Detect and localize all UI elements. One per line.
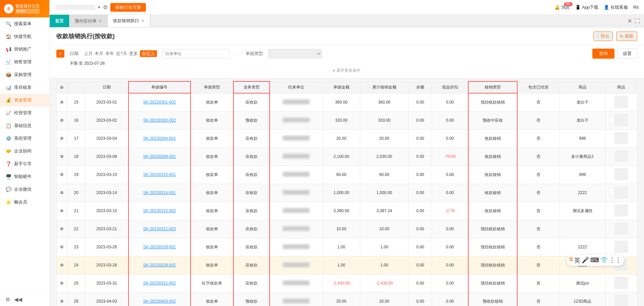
query-button[interactable]: 查询 [592, 49, 614, 59]
table-row[interactable]: ⚙ 16 2023-03-02 SK-20230302-002 收款单 预收款 … [57, 111, 637, 129]
settings-bottom-icon[interactable]: ⚙ [5, 296, 10, 303]
float-icon-s[interactable]: S [569, 256, 573, 264]
voucher-type-select[interactable] [268, 49, 322, 58]
collapse-icon[interactable]: ◀◀ [14, 296, 22, 303]
cell-gear[interactable]: ⚙ [57, 238, 67, 256]
filter-date-last-month[interactable]: 上月 [84, 51, 93, 57]
filter-date-more[interactable]: 更多 [129, 51, 138, 57]
bill-no-link[interactable]: SK-20230331-002 [143, 281, 176, 286]
sidebar-item-sales[interactable]: 🛒 销售管理 [0, 56, 49, 68]
bill-no-link[interactable]: SK-20230315-002 [143, 208, 176, 213]
table-row[interactable]: ⚙ 20 2023-03-14 SK-20230314-001 收款单 应收款 … [57, 184, 637, 202]
tab-prepay[interactable]: 预付应付单 ✕ [69, 15, 108, 27]
topbar-gear-icon[interactable]: ⚙ [103, 4, 108, 10]
table-container[interactable]: ⚙ 日期 单据编号 单据类型 业务类型 往来单位 单据金额 累计核销金额 余额 … [50, 81, 644, 306]
tab-receipt[interactable]: 收款核销执行 ✕ [108, 15, 150, 27]
float-icon-english[interactable]: 英 [574, 256, 580, 264]
sidebar-item-purchase[interactable]: 📦 采购管理 [0, 68, 49, 81]
topbar-search-stub [55, 5, 95, 10]
sidebar-label-system: 系统管理 [14, 135, 32, 141]
cell-gear[interactable]: ⚙ [57, 93, 67, 111]
table-row[interactable]: ⚙ 18 2023-03-08 SK-20230308-001 收款单 应收款 … [57, 147, 637, 166]
cell-goods [559, 220, 605, 238]
table-row[interactable]: ⚙ 25 2023-03-31 SK-20230331-002 红字收款单 应收… [57, 274, 637, 292]
sidebar-item-system[interactable]: ⚙️ 系统管理 [0, 132, 49, 145]
sidebar-item-inventory[interactable]: 📊 库存核算 [0, 81, 49, 94]
table-row[interactable]: ⚙ 24 2023-03-28 SK-20230328-002 收款单 应收款 … [57, 256, 637, 274]
bill-no-link[interactable]: SK-20230301-002 [143, 100, 176, 105]
table-row[interactable]: ⚙ 19 2023-03-10 SK-20230310-001 收款单 应收款 … [57, 166, 637, 184]
bill-no-link[interactable]: SK-20230328-002 [143, 263, 176, 267]
cell-gear[interactable]: ⚙ [57, 129, 67, 147]
tab-close-all-icon[interactable]: ✕ [628, 18, 632, 24]
cell-counterparty [270, 256, 323, 274]
table-row[interactable]: ⚙ 22 2023-03-21 SK-20230321-003 收款单 应收款 … [57, 220, 637, 238]
cell-gear[interactable]: ⚙ [57, 256, 67, 274]
filter-expand-more[interactable]: ▾ 展开更多条件 [56, 66, 637, 75]
tab-receipt-close[interactable]: ✕ [141, 18, 145, 23]
sidebar-item-marketing[interactable]: 📢 营销推广 [0, 43, 49, 56]
cell-counterparty [270, 292, 323, 306]
cell-gear[interactable]: ⚙ [57, 184, 67, 202]
filter-date-7days[interactable]: 近7天 [116, 51, 127, 57]
bill-no-link[interactable]: SK-20230403-002 [143, 299, 176, 304]
counterparty-input[interactable] [162, 49, 229, 58]
table-row[interactable]: ⚙ 21 2023-03-15 SK-20230315-002 收款单 应收款 … [57, 202, 637, 220]
filter-date-this-year[interactable]: 本年 [105, 51, 114, 57]
user-info[interactable]: Rit [633, 5, 639, 10]
tab-home[interactable]: 首页 [50, 15, 69, 27]
sidebar-item-hardware[interactable]: 🖥️ 智能硬件 [0, 170, 49, 183]
notification-button[interactable]: 🔔 消息 99+ [554, 4, 570, 10]
cell-gear[interactable]: ⚙ [57, 111, 67, 129]
tab-prepay-close[interactable]: ✕ [99, 19, 102, 23]
cell-gear[interactable]: ⚙ [57, 166, 67, 184]
cell-gear[interactable]: ⚙ [57, 202, 67, 220]
float-icon-keyboard[interactable]: ⌨ [590, 256, 599, 264]
bill-no-link[interactable]: SK-20230328-001 [143, 245, 176, 249]
cell-gear[interactable]: ⚙ [57, 220, 67, 238]
sidebar-item-operation[interactable]: 📈 经营管理 [0, 107, 49, 119]
float-icon-mic[interactable]: 🎤 [582, 256, 589, 264]
sidebar-item-finance[interactable]: 💰 资金管理 [0, 94, 49, 107]
filter-date-this-month[interactable]: 本月 [95, 51, 103, 57]
topbar-dropdown[interactable]: ▾ [98, 5, 100, 10]
filter-date-custom[interactable]: 自定义 [140, 50, 157, 57]
bill-no-link[interactable]: SK-20230321-003 [143, 227, 176, 231]
sidebar-item-search[interactable]: 🔍 搜索菜单 [0, 17, 49, 30]
cell-gear[interactable]: ⚙ [57, 292, 67, 306]
sidebar-item-coop[interactable]: 🤝 企业协同 [0, 145, 49, 158]
filter-expand-button[interactable]: » [56, 50, 64, 58]
bill-no-link[interactable]: SK-20230304-001 [143, 136, 176, 141]
export-icon: ↑ [597, 34, 599, 39]
app-logo: 6 畅捷通好生意 标准版 [0, 0, 49, 17]
sidebar-item-member[interactable]: ⭐ 畅会员 [0, 196, 49, 208]
table-row[interactable]: ⚙ 15 2023-03-01 SK-20230301-002 收款单 应收款 … [57, 93, 637, 111]
industry-solution-button[interactable]: 体验行业方案 [110, 3, 146, 12]
online-service-button[interactable]: 👤 在线客服 [604, 4, 628, 10]
bill-no-link[interactable]: SK-20230302-002 [143, 118, 176, 123]
export-button[interactable]: ↑ 导出 [593, 32, 613, 41]
bill-no-link[interactable]: SK-20230314-001 [143, 190, 176, 195]
float-icon-grid[interactable]: ⋮⋮ [609, 256, 621, 264]
tab-restore-icon[interactable]: ⛶ [635, 18, 640, 24]
th-gear[interactable]: ⚙ [57, 81, 67, 93]
refresh-button[interactable]: ↻ 刷新 [616, 32, 637, 41]
sidebar-item-basic[interactable]: 📋 基础信息 [0, 119, 49, 132]
sidebar-item-quick[interactable]: 🏠 快捷导航 [0, 30, 49, 43]
app-download-button[interactable]: 📱 App下载 [575, 4, 598, 10]
page-header: 收款核销执行(按收款) ↑ 导出 ↻ 刷新 [50, 27, 644, 45]
cell-gear[interactable]: ⚙ [57, 147, 67, 166]
cell-gear[interactable]: ⚙ [57, 274, 67, 292]
sidebar-item-wechat[interactable]: 💬 企业微信 [0, 183, 49, 196]
bill-no-link[interactable]: SK-20230310-001 [143, 172, 176, 177]
cell-cash-discount: 0.00 [432, 166, 468, 184]
float-icon-shirt[interactable]: 👕 [600, 256, 608, 264]
table-row[interactable]: ⚙ 17 2023-03-04 SK-20230304-001 收款单 应收款 … [57, 129, 637, 147]
sidebar-item-guide[interactable]: ❓ 新手引导 [0, 158, 49, 170]
bill-no-link[interactable]: SK-20230308-001 [143, 154, 176, 159]
filter-settings-button[interactable]: 设置 [617, 49, 637, 59]
purchase-icon: 📦 [5, 72, 11, 78]
table-row[interactable]: ⚙ 23 2023-03-28 SK-20230328-001 收款单 应收款 … [57, 238, 637, 256]
refresh-icon: ↻ [620, 34, 624, 39]
table-row[interactable]: ⚙ 26 2023-04-03 SK-20230403-002 收款单 预收款 … [57, 292, 637, 306]
